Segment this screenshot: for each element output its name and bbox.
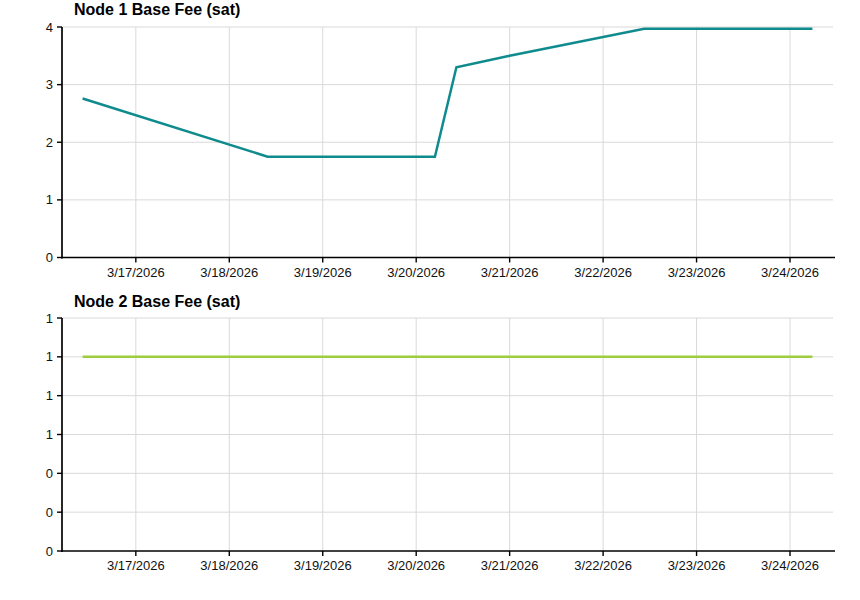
x-tick-label: 3/22/2026 [574,265,632,280]
y-tick-label: 4 [46,20,53,35]
y-tick-label: 1 [46,388,53,403]
y-tick-label: 1 [46,349,53,364]
y-tick-label: 0 [46,505,53,520]
x-tick-label: 3/20/2026 [387,558,445,573]
x-tick-label: 3/24/2026 [761,265,819,280]
x-tick-label: 3/21/2026 [481,558,539,573]
x-tick-label: 3/23/2026 [668,558,726,573]
x-tick-label: 3/17/2026 [107,265,165,280]
x-tick-label: 3/23/2026 [668,265,726,280]
x-tick-label: 3/19/2026 [294,265,352,280]
x-tick-label: 3/19/2026 [294,558,352,573]
x-tick-label: 3/18/2026 [200,265,258,280]
series-line [83,29,813,157]
y-tick-label: 2 [46,135,53,150]
x-tick-label: 3/17/2026 [107,558,165,573]
y-tick-label: 3 [46,77,53,92]
y-tick-label: 0 [46,544,53,559]
y-tick-label: 0 [46,250,53,265]
base-fee-dashboard: Node 1 Base Fee (sat) Node 2 Base Fee (s… [0,0,860,600]
x-tick-label: 3/18/2026 [200,558,258,573]
y-tick-label: 1 [46,427,53,442]
x-tick-label: 3/24/2026 [761,558,819,573]
y-tick-label: 1 [46,192,53,207]
y-tick-label: 0 [46,466,53,481]
x-tick-label: 3/22/2026 [574,558,632,573]
x-tick-label: 3/20/2026 [387,265,445,280]
charts-svg: 012343/17/20263/18/20263/19/20263/20/202… [0,0,860,600]
x-tick-label: 3/21/2026 [481,265,539,280]
y-tick-label: 1 [46,311,53,326]
